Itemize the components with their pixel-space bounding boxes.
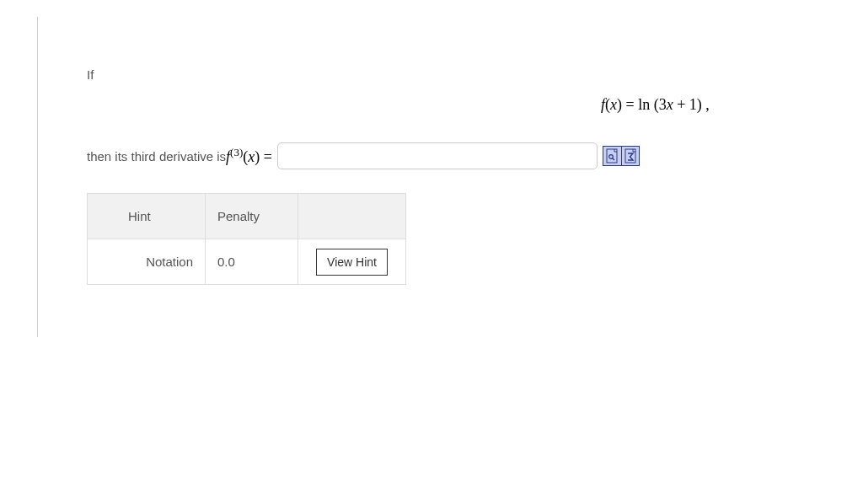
derivative-notation: f(3)(x) = [226, 146, 272, 166]
table-header-row: Hint Penalty [88, 194, 406, 239]
preview-icon[interactable] [603, 146, 621, 166]
prompt-prefix: then its third derivative is [87, 149, 226, 164]
table-row: Notation 0.0 View Hint [88, 239, 406, 285]
function-definition: f(x) = ln (3x + 1) , [601, 96, 710, 114]
svg-line-2 [613, 158, 615, 161]
if-label: If [87, 67, 863, 82]
answer-input[interactable] [277, 142, 598, 169]
hint-table: Hint Penalty Notation 0.0 View Hint [87, 193, 406, 285]
header-penalty: Penalty [206, 194, 298, 239]
svg-rect-0 [607, 149, 617, 163]
header-hint: Hint [88, 194, 206, 239]
sigma-icon[interactable] [621, 146, 640, 166]
header-action [298, 194, 406, 239]
equation-row: f(x) = ln (3x + 1) , [87, 90, 863, 119]
hint-name: Notation [88, 239, 206, 285]
view-hint-button[interactable]: View Hint [316, 249, 388, 276]
derivative-prompt-row: then its third derivative is f(3)(x) = [87, 142, 863, 169]
hint-penalty: 0.0 [206, 239, 298, 285]
